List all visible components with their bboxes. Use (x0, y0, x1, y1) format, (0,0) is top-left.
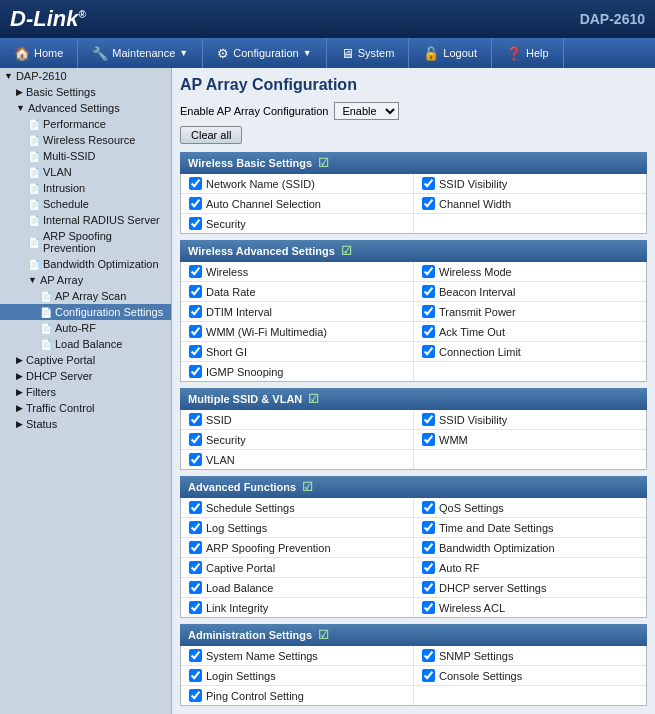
checkbox-1-0-0[interactable] (189, 265, 202, 278)
sidebar-item-vlan[interactable]: 📄 VLAN (0, 164, 171, 180)
cell-label: SSID (206, 414, 232, 426)
clear-all-button[interactable]: Clear all (180, 126, 242, 144)
sidebar-item-intrusion[interactable]: 📄 Intrusion (0, 180, 171, 196)
expand-icon-captive: ▶ (16, 355, 23, 365)
sidebar-item-dap2610[interactable]: ▼ DAP-2610 (0, 68, 171, 84)
cell-label: VLAN (206, 454, 235, 466)
checkbox-1-2-1[interactable] (422, 305, 435, 318)
sidebar-item-status[interactable]: ▶ Status (0, 416, 171, 432)
checkbox-0-1-0[interactable] (189, 197, 202, 210)
checkbox-3-1-1[interactable] (422, 521, 435, 534)
sidebar-item-advanced-settings[interactable]: ▼ Advanced Settings (0, 100, 171, 116)
checkbox-1-3-1[interactable] (422, 325, 435, 338)
checkbox-1-1-0[interactable] (189, 285, 202, 298)
sidebar-item-radius[interactable]: 📄 Internal RADIUS Server (0, 212, 171, 228)
sidebar-item-ap-array[interactable]: ▼ AP Array (0, 272, 171, 288)
settings-cell: Login Settings (181, 666, 414, 685)
settings-cell: Channel Width (414, 194, 646, 213)
settings-cell: Network Name (SSID) (181, 174, 414, 193)
sidebar-item-traffic-control[interactable]: ▶ Traffic Control (0, 400, 171, 416)
sidebar-item-auto-rf[interactable]: 📄 Auto-RF (0, 320, 171, 336)
checkbox-3-4-1[interactable] (422, 581, 435, 594)
cell-label: Schedule Settings (206, 502, 295, 514)
sidebar-item-captive-portal[interactable]: ▶ Captive Portal (0, 352, 171, 368)
table-row: DTIM IntervalTransmit Power (181, 302, 646, 322)
checkbox-2-1-1[interactable] (422, 433, 435, 446)
sidebar-item-config-settings[interactable]: 📄 Configuration Settings (0, 304, 171, 320)
checkbox-3-3-0[interactable] (189, 561, 202, 574)
settings-cell: Load Balance (181, 578, 414, 597)
checkbox-4-0-1[interactable] (422, 649, 435, 662)
sidebar-item-multi-ssid[interactable]: 📄 Multi-SSID (0, 148, 171, 164)
sidebar-item-load-balance[interactable]: 📄 Load Balance (0, 336, 171, 352)
checkbox-1-1-1[interactable] (422, 285, 435, 298)
sidebar-item-dhcp-server[interactable]: ▶ DHCP Server (0, 368, 171, 384)
sidebar-item-filters[interactable]: ▶ Filters (0, 384, 171, 400)
settings-cell: Wireless ACL (414, 598, 646, 617)
checkbox-2-1-0[interactable] (189, 433, 202, 446)
sidebar-item-bandwidth[interactable]: 📄 Bandwidth Optimization (0, 256, 171, 272)
settings-cell: Wireless (181, 262, 414, 281)
checkbox-1-4-1[interactable] (422, 345, 435, 358)
section-table-2: SSIDSSID VisibilitySecurityWMMVLAN (180, 410, 647, 470)
nav-system[interactable]: 🖥 System (327, 38, 410, 68)
cell-label: SNMP Settings (439, 650, 513, 662)
checkbox-0-0-1[interactable] (422, 177, 435, 190)
checkbox-3-5-1[interactable] (422, 601, 435, 614)
section-checkbox-icon-0: ☑ (318, 156, 329, 170)
checkbox-0-1-1[interactable] (422, 197, 435, 210)
model-number: DAP-2610 (580, 11, 645, 27)
maintenance-icon: 🔧 (92, 46, 108, 61)
cell-label: SSID Visibility (439, 414, 507, 426)
checkbox-1-3-0[interactable] (189, 325, 202, 338)
page-icon-load-balance: 📄 (40, 339, 52, 350)
page-icon-auto-rf: 📄 (40, 323, 52, 334)
section-table-3: Schedule SettingsQoS SettingsLog Setting… (180, 498, 647, 618)
nav-configuration[interactable]: ⚙ Configuration ▼ (203, 38, 326, 68)
checkbox-0-0-0[interactable] (189, 177, 202, 190)
checkbox-4-0-0[interactable] (189, 649, 202, 662)
cell-label: Auto RF (439, 562, 479, 574)
expand-icon-filters: ▶ (16, 387, 23, 397)
section-title-2: Multiple SSID & VLAN (188, 393, 302, 405)
expand-icon-traffic: ▶ (16, 403, 23, 413)
checkbox-1-5-0[interactable] (189, 365, 202, 378)
checkbox-2-0-0[interactable] (189, 413, 202, 426)
nav-logout[interactable]: 🔓 Logout (409, 38, 492, 68)
checkbox-3-0-1[interactable] (422, 501, 435, 514)
sidebar-item-arp[interactable]: 📄 ARP Spoofing Prevention (0, 228, 171, 256)
cell-label: Ping Control Setting (206, 690, 304, 702)
checkbox-3-1-0[interactable] (189, 521, 202, 534)
nav-maintenance[interactable]: 🔧 Maintenance ▼ (78, 38, 203, 68)
checkbox-2-2-0[interactable] (189, 453, 202, 466)
main-layout: ▼ DAP-2610 ▶ Basic Settings ▼ Advanced S… (0, 68, 655, 714)
settings-cell (414, 362, 646, 381)
checkbox-1-0-1[interactable] (422, 265, 435, 278)
enable-select[interactable]: Enable Disable (334, 102, 399, 120)
checkbox-3-5-0[interactable] (189, 601, 202, 614)
table-row: ARP Spoofing PreventionBandwidth Optimiz… (181, 538, 646, 558)
settings-cell: ARP Spoofing Prevention (181, 538, 414, 557)
checkbox-1-2-0[interactable] (189, 305, 202, 318)
nav-home[interactable]: 🏠 Home (0, 38, 78, 68)
checkbox-3-2-1[interactable] (422, 541, 435, 554)
checkbox-2-0-1[interactable] (422, 413, 435, 426)
nav-help[interactable]: ❓ Help (492, 38, 564, 68)
checkbox-3-2-0[interactable] (189, 541, 202, 554)
checkbox-3-0-0[interactable] (189, 501, 202, 514)
checkbox-0-2-0[interactable] (189, 217, 202, 230)
checkbox-4-1-0[interactable] (189, 669, 202, 682)
sidebar-item-wireless-resource[interactable]: 📄 Wireless Resource (0, 132, 171, 148)
checkbox-4-1-1[interactable] (422, 669, 435, 682)
checkbox-3-3-1[interactable] (422, 561, 435, 574)
checkbox-4-2-0[interactable] (189, 689, 202, 702)
sidebar-item-performance[interactable]: 📄 Performance (0, 116, 171, 132)
settings-cell: WMM (Wi-Fi Multimedia) (181, 322, 414, 341)
settings-cell: DHCP server Settings (414, 578, 646, 597)
settings-cell: Ping Control Setting (181, 686, 414, 705)
checkbox-3-4-0[interactable] (189, 581, 202, 594)
sidebar-item-basic-settings[interactable]: ▶ Basic Settings (0, 84, 171, 100)
sidebar-item-ap-array-scan[interactable]: 📄 AP Array Scan (0, 288, 171, 304)
sidebar-item-schedule[interactable]: 📄 Schedule (0, 196, 171, 212)
checkbox-1-4-0[interactable] (189, 345, 202, 358)
